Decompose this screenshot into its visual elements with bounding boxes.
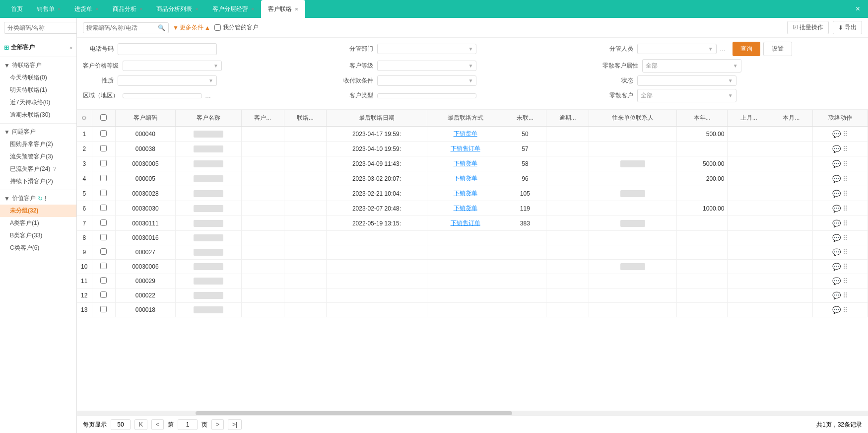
row-checkbox[interactable] [100,130,107,137]
check-cell[interactable] [92,186,115,201]
scrollbar-thumb[interactable] [196,411,512,415]
call-icon[interactable]: 💬 [832,145,841,153]
price-level-select[interactable]: ▼ [123,61,222,71]
call-icon[interactable]: 💬 [832,130,841,138]
prev-page-button[interactable]: < [151,419,164,430]
sidebar-item-classC[interactable]: C类客户(6) [0,242,76,254]
check-cell[interactable] [92,260,115,274]
tab-product-list[interactable]: 商品分析列表 × [149,0,205,18]
lastmethod-cell[interactable] [427,303,504,317]
call-icon[interactable]: 💬 [832,234,841,242]
lastmethod-cell[interactable]: 下销货单 [427,186,504,201]
more-action-icon[interactable]: ⠿ [843,291,848,299]
call-icon[interactable]: 💬 [832,277,841,285]
sidebar-item-7days[interactable]: 近7天待联络(0) [0,96,76,109]
my-customer-checkbox[interactable] [214,24,221,31]
search-input[interactable] [86,24,156,31]
tab-purchase[interactable]: 进货单 × [67,0,105,18]
tab-product-analysis-close[interactable]: × [139,6,142,12]
call-icon[interactable]: 💬 [832,263,841,271]
tab-customer-contact-close[interactable]: × [295,6,298,12]
window-close-button[interactable]: × [852,4,864,13]
lastmethod-cell[interactable] [427,231,504,245]
sidebar-item-classA[interactable]: A类客户(1) [0,217,76,229]
section-value-customers[interactable]: ▼ 价值客户 ↻ ! [0,192,76,205]
more-action-icon[interactable]: ⠿ [843,219,848,227]
check-cell[interactable] [92,289,115,303]
sidebar-collapse-button[interactable]: « [69,45,72,51]
lastmethod-cell[interactable]: 下销货单 [427,201,504,216]
check-cell[interactable] [92,201,115,216]
settings-icon[interactable]: ⚙ [81,115,87,122]
sidebar-item-today[interactable]: 今天待联络(0) [0,72,76,84]
check-header[interactable] [92,110,115,127]
row-checkbox[interactable] [100,190,107,196]
lastmethod-cell[interactable]: 下销货单 [427,127,504,142]
row-checkbox[interactable] [100,160,107,166]
reset-button[interactable]: 设置 [763,42,792,56]
row-checkbox[interactable] [100,248,107,255]
row-checkbox[interactable] [100,291,107,298]
more-action-icon[interactable]: ⠿ [843,130,848,138]
more-action-icon[interactable]: ⠿ [843,205,848,213]
page-number-input[interactable] [178,419,198,430]
sidebar-root-item[interactable]: ⊞ 全部客户 « [0,40,76,55]
row-checkbox[interactable] [100,175,107,181]
customer-type-select[interactable] [377,93,476,98]
lastmethod-cell[interactable] [427,245,504,260]
sidebar-item-churned[interactable]: 已流失客户(24) ? [0,163,76,175]
sparse-attr-select[interactable]: 全部 ▼ [642,59,741,72]
lastmethod-cell[interactable]: 下销货单 [427,156,504,171]
call-icon[interactable]: 💬 [832,219,841,227]
row-checkbox[interactable] [100,205,107,211]
row-checkbox[interactable] [100,145,107,151]
more-action-icon[interactable]: ⠿ [843,277,848,285]
lastmethod-cell[interactable] [427,289,504,303]
lastmethod-cell[interactable] [427,260,504,274]
tab-sales[interactable]: 销售单 × [30,0,67,18]
more-action-icon[interactable]: ⠿ [843,145,848,153]
tab-product-analysis[interactable]: 商品分析 × [106,0,149,18]
more-action-icon[interactable]: ⠿ [843,175,848,183]
more-action-icon[interactable]: ⠿ [843,263,848,271]
customer-level-select[interactable]: ▼ [377,61,476,71]
check-cell[interactable] [92,142,115,156]
call-icon[interactable]: 💬 [832,175,841,183]
batch-operation-button[interactable]: ☑ 批量操作 [787,21,829,34]
sidebar-item-classB[interactable]: B类客户(33) [0,229,76,242]
sparse-customer-select[interactable]: 全部 ▼ [637,89,736,102]
payment-select[interactable]: ▼ [377,75,476,86]
check-cell[interactable] [92,156,115,171]
horizontal-scrollbar[interactable] [77,411,868,416]
sidebar-search-input[interactable] [4,22,77,34]
check-cell[interactable] [92,171,115,186]
lastmethod-cell[interactable] [427,274,504,289]
row-checkbox[interactable] [100,219,107,226]
sidebar-item-abnormal[interactable]: 囤购异常客户(2) [0,138,76,150]
select-all-checkbox[interactable] [100,114,107,121]
per-page-input[interactable] [111,419,131,430]
refresh-icon[interactable]: ↻ [38,195,43,202]
region-select[interactable] [123,93,202,98]
last-page-button[interactable]: >| [228,419,242,430]
sidebar-item-declining[interactable]: 持续下滑客户(2) [0,175,76,188]
tab-purchase-close[interactable]: × [95,6,98,12]
more-action-icon[interactable]: ⠿ [843,160,848,168]
tab-customer-contact[interactable]: 客户联络 × [261,0,305,18]
check-cell[interactable] [92,303,115,317]
call-icon[interactable]: 💬 [832,248,841,256]
check-cell[interactable] [92,245,115,260]
row-checkbox[interactable] [100,306,107,312]
row-checkbox[interactable] [100,263,107,269]
person-more-button[interactable]: … [717,46,729,53]
more-action-icon[interactable]: ⠿ [843,248,848,256]
lastmethod-cell[interactable]: 下销售订单 [427,142,504,156]
phone-input[interactable] [118,43,217,55]
check-cell[interactable] [92,127,115,142]
export-button[interactable]: ⬇ 导出 [833,21,862,34]
check-cell[interactable] [92,274,115,289]
tab-customer-tier-close[interactable]: × [251,6,254,12]
tab-sales-close[interactable]: × [58,6,61,12]
section-problem-customers[interactable]: ▼ 问题客户 [0,126,76,138]
sidebar-item-overdue[interactable]: 逾期未联络(30) [0,109,76,121]
